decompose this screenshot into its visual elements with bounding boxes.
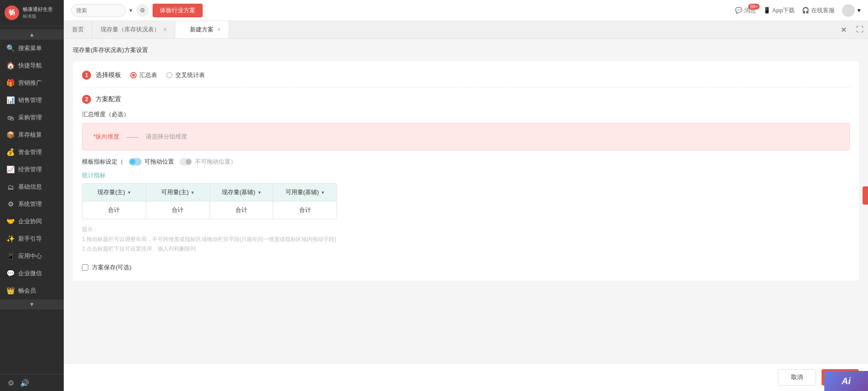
- not-draggable-toggle-box: [179, 158, 192, 165]
- app-center-icon: 📱: [6, 252, 15, 260]
- tip1: 1.拖动标题栏可以调整布局，不可跨维度或指标区域拖动栏目字段(只能在同一维度或指…: [82, 235, 850, 245]
- headset-icon: 🎧: [802, 7, 809, 14]
- radio-cross-label: 交叉统计表: [175, 71, 205, 79]
- radio-summary-circle: [130, 72, 137, 78]
- radio-cross[interactable]: 交叉统计表: [166, 71, 205, 79]
- draggable-label: 可拖动位置: [144, 158, 174, 166]
- sidebar-item-label: 企业协同: [18, 217, 42, 226]
- sidebar-logo: 畅: [5, 5, 19, 20]
- chevron-down-icon-col1: ▾: [191, 190, 194, 196]
- system-icon: ⚙: [6, 200, 15, 208]
- tips-title: 提示：: [82, 226, 98, 232]
- indicator-settings: 模板指标设定（ 可拖动位置 不可拖动位置）: [82, 158, 850, 166]
- top-bar-right: 💬 消息 99+ 📱 App下载 🎧 在线客服 ▾: [735, 4, 861, 17]
- dimension-box: *纵向维度 —— 请选择分组维度: [82, 123, 850, 150]
- sidebar-item-operations[interactable]: 📈 经营管理: [0, 161, 64, 178]
- tab-inventory-close[interactable]: ×: [163, 26, 167, 33]
- step2-title: 方案配置: [96, 95, 121, 103]
- message-icon: 💬: [735, 7, 742, 14]
- step2-badge: 2: [82, 95, 91, 104]
- sidebar-item-label: 系统管理: [18, 200, 42, 208]
- marketing-icon: 🎁: [6, 79, 15, 87]
- sidebar-item-basic-info[interactable]: 🗂 基础信息: [0, 178, 64, 196]
- inventory-icon: 📦: [6, 131, 15, 139]
- stats-table-row-1: 合计 合计 合计 合计: [82, 201, 337, 219]
- sidebar-item-newbie[interactable]: ✨ 新手引导: [0, 230, 64, 247]
- col-header-current-main[interactable]: 现存量(主) ▾: [82, 184, 146, 201]
- sidebar: 畅 畅康通好生意 标准版 ▲ 🔍 搜索菜单 🏠 快捷导航 🎁 营销推广 📊 销售…: [0, 0, 64, 391]
- radio-summary[interactable]: 汇总表: [130, 71, 157, 79]
- sidebar-item-purchase-mgmt[interactable]: 🛍 采购管理: [0, 109, 64, 126]
- tab-home-label: 首页: [72, 26, 84, 34]
- sidebar-item-wechat[interactable]: 💬 企业微信: [0, 265, 64, 282]
- sidebar-header: 畅 畅康通好生意 标准版: [0, 0, 64, 26]
- step1-header: 1 选择模板 汇总表 交叉统计表: [82, 71, 850, 80]
- cell-current-main: 合计: [82, 201, 146, 219]
- tab-expand-icon[interactable]: ⛶: [852, 21, 868, 38]
- dropdown-button[interactable]: ▾: [129, 7, 133, 14]
- col-header-available-aux[interactable]: 可用量(基辅) ▾: [273, 184, 337, 201]
- settings-footer-icon[interactable]: ⚙: [6, 378, 15, 387]
- message-button[interactable]: 💬 消息 99+: [735, 6, 756, 15]
- sidebar-scroll-up[interactable]: ▲: [0, 30, 64, 40]
- user-info[interactable]: ▾: [842, 4, 861, 17]
- cell-available-main: 合计: [146, 201, 210, 219]
- top-bar: ▾ ⚙ 体验行业方案 💬 消息 99+ 📱 App下载 🎧 在线客服 ▾: [64, 0, 868, 21]
- tab-new-plan-label: 新建方案: [190, 26, 214, 34]
- sidebar-item-quick-nav[interactable]: 🏠 快捷导航: [0, 57, 64, 74]
- cell-available-aux: 合计: [273, 201, 337, 219]
- app-download-button[interactable]: 📱 App下载: [763, 6, 795, 15]
- cancel-button[interactable]: 取消: [778, 369, 816, 386]
- tab-new-plan-close[interactable]: ×: [217, 26, 220, 33]
- sidebar-item-label: 新手引导: [18, 235, 42, 243]
- gear-icon[interactable]: ⚙: [136, 4, 149, 17]
- step1-title: 选择模板: [96, 71, 121, 79]
- save-label: 方案保存(可选): [92, 263, 132, 272]
- online-service-button[interactable]: 🎧 在线客服: [802, 6, 835, 15]
- sidebar-item-finance[interactable]: 💰 资金管理: [0, 144, 64, 161]
- sidebar-item-sales-mgmt[interactable]: 📊 销售管理: [0, 92, 64, 109]
- save-row: 方案保存(可选): [82, 263, 850, 272]
- scroll-handle[interactable]: [863, 186, 868, 205]
- not-draggable-toggle: 不可拖动位置）: [179, 158, 236, 166]
- tab-inventory-status[interactable]: 现存量（库存状况表） ×: [92, 21, 175, 38]
- enterprise-icon: 🤝: [6, 217, 15, 226]
- tab-close-icon[interactable]: ✕: [835, 21, 852, 38]
- sidebar-item-system-mgmt[interactable]: ⚙ 系统管理: [0, 196, 64, 213]
- radio-cross-circle: [166, 72, 173, 78]
- sidebar-item-label: 搜索菜单: [18, 44, 42, 52]
- wechat-icon: 💬: [6, 269, 15, 278]
- not-draggable-toggle-dot: [186, 159, 191, 165]
- sidebar-item-search-menu[interactable]: 🔍 搜索菜单: [0, 40, 64, 57]
- sidebar-item-inventory[interactable]: 📦 库存核算: [0, 126, 64, 144]
- radio-summary-label: 汇总表: [139, 71, 157, 79]
- search-input[interactable]: [71, 4, 126, 17]
- bottom-bar: 取消 查询: [64, 363, 868, 391]
- not-draggable-label: 不可拖动位置）: [195, 158, 236, 166]
- tab-inventory-label: 现存量（库存状况表）: [101, 26, 160, 34]
- purchase-icon: 🛍: [6, 113, 15, 122]
- tip2: 2.点击标题栏下拉可设置排序、插入列和删除列: [82, 244, 850, 254]
- dimension-section-label: 汇总维度（必选）: [82, 110, 850, 118]
- tab-home[interactable]: 首页: [64, 21, 92, 38]
- sidebar-item-label: 销售管理: [18, 96, 42, 104]
- tab-new-plan[interactable]: 新建方案 ×: [175, 21, 229, 38]
- draggable-toggle-box: [129, 158, 142, 165]
- dimension-row: *纵向维度 —— 请选择分组维度: [93, 133, 838, 141]
- sidebar-item-label: 畅会员: [18, 287, 36, 295]
- save-checkbox[interactable]: [82, 264, 88, 271]
- sound-footer-icon[interactable]: 🔊: [20, 378, 29, 387]
- ai-button[interactable]: Ai: [824, 371, 868, 391]
- sidebar-item-member[interactable]: 👑 畅会员: [0, 282, 64, 299]
- try-industry-button[interactable]: 体验行业方案: [153, 4, 203, 17]
- col-header-available-main[interactable]: 可用量(主) ▾: [146, 184, 210, 201]
- draggable-toggle[interactable]: 可拖动位置: [129, 158, 174, 166]
- sidebar-scroll-down[interactable]: ▼: [0, 299, 64, 309]
- col-header-current-aux[interactable]: 现存量(基辅) ▾: [210, 184, 274, 201]
- col-label-available-main: 可用量(主): [161, 188, 189, 196]
- sidebar-item-app-center[interactable]: 📱 应用中心: [0, 247, 64, 265]
- sidebar-item-enterprise[interactable]: 🤝 企业协同: [0, 213, 64, 230]
- dimension-dash: ——: [127, 134, 138, 140]
- indicator-settings-header: 模板指标设定（ 可拖动位置 不可拖动位置）: [82, 158, 850, 166]
- sidebar-item-marketing[interactable]: 🎁 营销推广: [0, 74, 64, 92]
